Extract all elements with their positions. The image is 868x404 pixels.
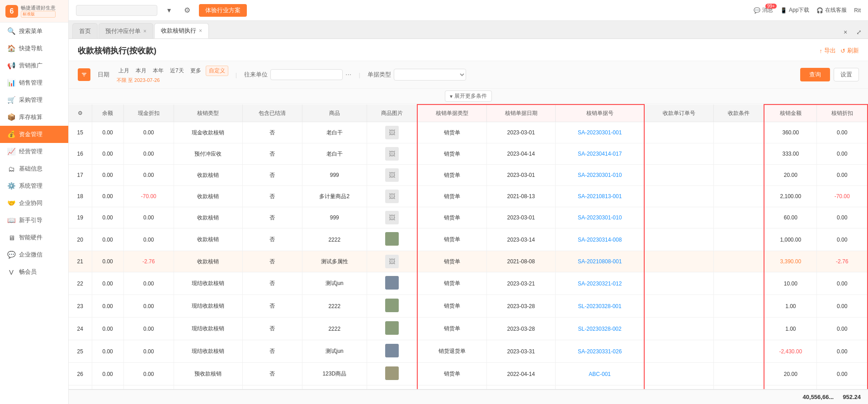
tab-prepay-close[interactable]: × <box>143 29 146 34</box>
doc-no-link[interactable]: SL-20230328-002 <box>578 326 622 332</box>
doc-type-select[interactable] <box>394 69 466 81</box>
filter-expand-button[interactable] <box>78 68 90 81</box>
sidebar-item-purchase[interactable]: 🛒采购管理 <box>0 91 68 109</box>
logo-text: 畅捷通谱好生意 <box>21 5 56 11</box>
tab-prepay[interactable]: 预付冲应付单 × <box>99 23 153 38</box>
doc-no-link[interactable]: SA-20230414-017 <box>578 151 622 157</box>
date-opt-7days[interactable]: 近7天 <box>168 66 186 76</box>
export-button[interactable]: ↑ 导出 <box>820 47 836 55</box>
row-goods: 2222 <box>302 295 367 318</box>
row-doc-no[interactable]: ABC-001 <box>556 363 645 385</box>
sidebar-item-label: 智能硬件 <box>19 233 42 242</box>
row-doc-no[interactable]: SA-20230414-017 <box>556 143 645 165</box>
sidebar-item-finance[interactable]: 💰资金管理 <box>0 126 68 143</box>
app-download-button[interactable]: 📱 App下载 <box>780 6 809 14</box>
partner-input[interactable] <box>270 69 343 80</box>
doc-no-link[interactable]: SA-20230301-010 <box>578 172 622 178</box>
row-doc-no[interactable]: SL-20230328-002 <box>556 318 645 340</box>
date-opt-last-month[interactable]: 上月 <box>117 66 131 76</box>
chevron-down-icon: ▾ <box>450 93 453 100</box>
row-doc-no[interactable]: SA-20230314-008 <box>556 228 645 251</box>
refresh-button[interactable]: ↺ 刷新 <box>840 47 859 55</box>
row-doc-no[interactable]: SA-20230301-010 <box>556 207 645 228</box>
row-goods-img: 🖼 <box>367 122 417 143</box>
row-doc-no[interactable]: SA-20230321-012 <box>556 272 645 295</box>
tab-receivable[interactable]: 收款核销执行 × <box>154 23 209 38</box>
doc-no-link[interactable]: SA-20230321-012 <box>578 280 622 287</box>
sidebar-item-inventory[interactable]: 📦库存核算 <box>0 109 68 126</box>
sidebar-item-system[interactable]: ⚙️系统管理 <box>0 177 68 195</box>
page-content: 收款核销执行(按收款) ↑ 导出 ↺ 刷新 日期 <box>69 39 868 404</box>
main-area: ▾ ⚙ 体验行业方案 💬 消息 99+ 📱 App下载 🎧 在线客服 Rit <box>69 0 868 404</box>
date-opt-custom[interactable]: 自定义 <box>206 66 228 76</box>
row-payment-cond <box>713 318 764 340</box>
row-doc-no[interactable]: SA-20210808-001 <box>556 251 645 272</box>
sidebar-item-marketing[interactable]: 📢营销推广 <box>0 57 68 74</box>
row-included-cleared: 否 <box>243 122 302 143</box>
doc-no-link[interactable]: SA-20230301-010 <box>578 214 622 221</box>
sidebar-item-smart-hw[interactable]: 🖥智能硬件 <box>0 229 68 246</box>
date-opt-this-month[interactable]: 本月 <box>134 66 148 76</box>
doc-no-link[interactable]: ABC-001 <box>589 371 611 377</box>
sidebar-item-operations[interactable]: 📈经营管理 <box>0 143 68 160</box>
chevron-down-icon[interactable]: ▾ <box>163 4 175 17</box>
row-doc-no[interactable]: SL-20230328-001 <box>556 295 645 318</box>
row-cancel-type: 收款核销 <box>174 228 242 251</box>
row-doc-no[interactable]: SA-20210813-001 <box>556 186 645 207</box>
doc-no-link[interactable]: SA-20210813-001 <box>578 193 622 200</box>
tab-close-all-icon[interactable]: × <box>840 26 851 37</box>
tab-expand-icon[interactable]: ⤢ <box>854 26 864 37</box>
doc-no-link[interactable]: SA-20230331-026 <box>578 348 622 355</box>
row-cancel-discount: 0.00 <box>817 228 868 251</box>
data-table-wrapper[interactable]: ⚙ 余额 现金折扣 核销类型 包含已结清 商品 商品图片 核销单据类型 核销单据… <box>69 104 868 389</box>
row-goods-img: 🖼 <box>367 143 417 165</box>
tab-home[interactable]: 首页 <box>72 23 98 38</box>
industry-solution-button[interactable]: 体验行业方案 <box>199 4 247 17</box>
partner-dots[interactable]: ··· <box>345 71 351 79</box>
sidebar-item-sales[interactable]: 📊销售管理 <box>0 74 68 91</box>
date-opt-this-year[interactable]: 本年 <box>151 66 165 76</box>
row-cash-discount: -70.00 <box>123 186 174 207</box>
row-payment-order <box>644 122 713 143</box>
row-cancel-discount: 0.00 <box>817 340 868 363</box>
sidebar-item-guide[interactable]: 📖新手引导 <box>0 212 68 229</box>
row-cash-discount: 0.00 <box>123 363 174 385</box>
message-button[interactable]: 💬 消息 99+ <box>754 6 773 14</box>
row-doc-no[interactable]: SA-20230331-026 <box>556 340 645 363</box>
table-row: 21 0.00 -2.76 收款核销 否 测试多属性 🖼 销货单 2021-08… <box>69 251 868 272</box>
doc-no-link[interactable]: SA-20210808-001 <box>578 258 622 265</box>
row-id: 20 <box>69 228 92 251</box>
sidebar-item-member[interactable]: V畅会员 <box>0 263 68 280</box>
sidebar-item-basic-info[interactable]: 🗂基础信息 <box>0 160 68 177</box>
sidebar-item-collab[interactable]: 🤝企业协同 <box>0 195 68 212</box>
sidebar-item-quick-nav[interactable]: 🏠快捷导航 <box>0 40 68 57</box>
col-header-goods-img: 商品图片 <box>367 105 417 122</box>
user-label[interactable]: Rit <box>854 7 861 14</box>
online-service-button[interactable]: 🎧 在线客服 <box>816 6 847 14</box>
query-button[interactable]: 查询 <box>800 68 830 81</box>
row-balance: 0.00 <box>92 363 123 385</box>
row-doc-no[interactable]: SA-20230301-001 <box>556 122 645 143</box>
settings-button[interactable]: 设置 <box>834 68 859 81</box>
doc-no-link[interactable]: SA-20230301-001 <box>578 129 622 136</box>
expand-more-button[interactable]: ▾ 展开更多条件 <box>445 90 492 102</box>
doc-no-link[interactable]: SL-20230328-001 <box>578 303 622 309</box>
sidebar-item-search[interactable]: 🔍搜索菜单 <box>0 23 68 40</box>
row-cancel-amount: 2,100.00 <box>764 186 817 207</box>
row-cancel-type: 收款核销 <box>174 207 242 228</box>
date-opt-more[interactable]: 更多 <box>189 66 203 76</box>
tab-receivable-close[interactable]: × <box>199 28 202 33</box>
row-balance: 0.00 <box>92 228 123 251</box>
doc-no-link[interactable]: SA-20230314-008 <box>578 237 622 243</box>
col-header-settings[interactable]: ⚙ <box>69 105 92 122</box>
row-cancel-type: 收款核销 <box>174 251 242 272</box>
sales-icon: 📊 <box>7 79 15 87</box>
sidebar-item-wechat[interactable]: 💬企业微信 <box>0 246 68 263</box>
search-input[interactable] <box>76 5 157 16</box>
row-cancel-type: 现结收款核销 <box>174 385 242 390</box>
row-included-cleared: 否 <box>243 207 302 228</box>
row-doc-no[interactable]: SA-20230301-010 <box>556 165 645 186</box>
settings-icon[interactable]: ⚙ <box>181 4 193 17</box>
row-doc-no[interactable]: SL-20230408-001 <box>556 385 645 390</box>
member-icon: V <box>7 268 15 276</box>
